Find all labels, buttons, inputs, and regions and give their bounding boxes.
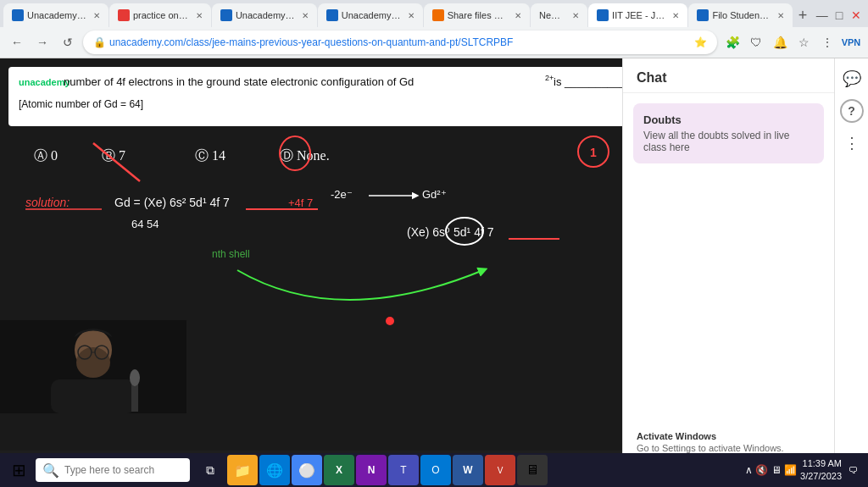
taskbar-vpn[interactable]: V xyxy=(485,455,515,485)
tab-close-1[interactable]: ✕ xyxy=(93,11,100,20)
svg-rect-31 xyxy=(51,379,136,413)
chat-title: Chat xyxy=(637,70,667,86)
tab-7[interactable]: IIT JEE - JEE M... ✕ xyxy=(588,3,687,27)
new-tab-button[interactable]: + xyxy=(793,3,812,27)
tab-favicon-7 xyxy=(597,9,609,21)
search-magnifier-icon: 🔍 xyxy=(42,462,59,479)
taskbar-outlook[interactable]: O xyxy=(420,455,451,485)
svg-text:[Atomic number of Gd = 64]: [Atomic number of Gd = 64] xyxy=(19,98,143,110)
svg-text:nth shell: nth shell xyxy=(212,248,250,260)
tab-favicon-2 xyxy=(118,9,130,21)
tab-close-5[interactable]: ✕ xyxy=(515,11,521,20)
video-canvas: unacademy number of 4f electrons in the … xyxy=(0,58,622,451)
back-button[interactable]: ← xyxy=(7,32,27,53)
minimize-button[interactable]: — xyxy=(814,5,830,25)
svg-text:number of 4f electrons in the : number of 4f electrons in the ground sta… xyxy=(64,75,414,88)
taskbar-word[interactable]: W xyxy=(453,455,483,485)
tab-label-7: IIT JEE - JEE M... xyxy=(612,10,665,20)
tab-favicon-4 xyxy=(326,9,338,21)
doubts-card[interactable]: Doubts View all the doubts solved in liv… xyxy=(633,103,824,163)
chat-sidebar-icon[interactable]: 💬 xyxy=(838,65,865,92)
notification-icon[interactable]: 🔔 xyxy=(770,32,790,53)
tab-label-8: Filo Student: Wor... xyxy=(712,10,770,20)
vpn-icon[interactable]: VPN xyxy=(841,32,861,53)
taskbar-chrome[interactable]: ⚪ xyxy=(292,455,322,485)
tab-close-3[interactable]: ✕ xyxy=(302,11,309,20)
tab-label-2: practice on perio... xyxy=(133,10,189,20)
tab-5[interactable]: Share files private... ✕ xyxy=(424,3,530,27)
taskview-button[interactable]: ⧉ xyxy=(195,455,225,485)
shield-icon[interactable]: 🛡 xyxy=(746,32,766,53)
tab-6[interactable]: New Tab ✕ xyxy=(531,3,587,27)
forward-button[interactable]: → xyxy=(32,32,53,53)
tab-1[interactable]: Unacademy - Indi... ✕ xyxy=(3,3,108,27)
doubts-sidebar-icon[interactable]: ? xyxy=(840,99,864,123)
tab-favicon-1 xyxy=(12,9,24,21)
tab-3[interactable]: Unacademy - Indi... ✕ xyxy=(212,3,317,27)
extensions-icon[interactable]: 🧩 xyxy=(722,32,743,53)
svg-text:is ___________: is ___________ xyxy=(554,75,622,88)
menu-icon[interactable]: ⋮ xyxy=(817,32,837,53)
presenter-svg xyxy=(0,320,186,413)
taskbar-file-explorer[interactable]: 📁 xyxy=(227,455,258,485)
bookmark-icon[interactable]: ☆ xyxy=(793,32,814,53)
svg-point-27 xyxy=(386,317,394,325)
svg-text:1: 1 xyxy=(590,146,597,159)
svg-text:64      54: 64 54 xyxy=(131,218,159,230)
tab-label-3: Unacademy - Indi... xyxy=(236,10,295,20)
chat-header: Chat xyxy=(623,58,834,93)
presenter-box xyxy=(0,320,186,413)
chat-empty-space xyxy=(623,174,834,421)
svg-text:Ⓒ  14: Ⓒ 14 xyxy=(195,148,225,163)
taskbar-search-box[interactable]: 🔍 xyxy=(36,458,190,482)
taskbar-edge[interactable]: 🌐 xyxy=(259,455,290,485)
taskbar: ⊞ 🔍 ⧉ 📁 🌐 ⚪ X N T O W V 🖥 ∧ 🔇 🖥 📶 11:39 … xyxy=(0,453,868,487)
address-bar: ← → ↺ 🔒 unacademy.com/class/jee-mains-pr… xyxy=(0,27,868,58)
svg-point-36 xyxy=(130,369,140,386)
system-clock[interactable]: 11:39 AM 3/27/2023 xyxy=(800,457,842,484)
tab-close-7[interactable]: ✕ xyxy=(672,11,679,20)
tab-2[interactable]: practice on perio... ✕ xyxy=(109,3,211,27)
taskbar-teams[interactable]: T xyxy=(388,455,419,485)
maximize-button[interactable]: □ xyxy=(831,5,847,25)
tab-favicon-8 xyxy=(697,9,709,21)
tab-bar: Unacademy - Indi... ✕ practice on perio.… xyxy=(0,0,868,27)
tab-label-4: Unacademy - Indi... xyxy=(342,10,401,20)
activate-desc: Go to Settings to activate Windows. xyxy=(637,443,821,453)
clock-date: 3/27/2023 xyxy=(800,470,842,483)
svg-text:2+: 2+ xyxy=(545,74,554,82)
tab-close-8[interactable]: ✕ xyxy=(777,11,784,20)
url-bar[interactable]: 🔒 unacademy.com/class/jee-mains-previous… xyxy=(83,30,717,54)
system-tray: ∧ 🔇 🖥 📶 11:39 AM 3/27/2023 🗨 xyxy=(738,457,865,484)
taskbar-app2[interactable]: 🖥 xyxy=(517,455,548,485)
taskbar-onenote[interactable]: N xyxy=(356,455,387,485)
svg-text:Gd  =  (Xe) 6s²  5d¹   4f 7: Gd = (Xe) 6s² 5d¹ 4f 7 xyxy=(114,196,230,209)
activate-title: Activate Windows xyxy=(637,431,821,441)
svg-text:-2e⁻: -2e⁻ xyxy=(331,188,353,201)
tab-close-6[interactable]: ✕ xyxy=(572,11,579,20)
chat-panel: Chat Doubts View all the doubts solved i… xyxy=(622,58,834,487)
svg-point-30 xyxy=(76,347,110,378)
tab-close-4[interactable]: ✕ xyxy=(408,11,415,20)
tab-8[interactable]: Filo Student: Wor... ✕ xyxy=(688,3,792,27)
browser-chrome: Unacademy - Indi... ✕ practice on perio.… xyxy=(0,0,868,58)
svg-text:Gd²⁺: Gd²⁺ xyxy=(422,188,447,201)
right-panel: Chat Doubts View all the doubts solved i… xyxy=(622,58,868,487)
tab-label-6: New Tab xyxy=(539,10,565,20)
clock-time: 11:39 AM xyxy=(800,457,842,470)
reload-button[interactable]: ↺ xyxy=(58,32,78,53)
tab-4[interactable]: Unacademy - Indi... ✕ xyxy=(318,3,423,27)
tab-favicon-3 xyxy=(220,9,232,21)
tab-close-2[interactable]: ✕ xyxy=(196,11,203,20)
close-button[interactable]: ✕ xyxy=(849,5,865,25)
taskbar-search-input[interactable] xyxy=(64,464,183,476)
taskbar-excel[interactable]: X xyxy=(324,455,354,485)
notification-center-icon[interactable]: 🗨 xyxy=(849,465,858,475)
more-sidebar-icon[interactable]: ⋮ xyxy=(838,130,865,157)
start-button[interactable]: ⊞ xyxy=(3,455,34,485)
svg-text:+4f 7: +4f 7 xyxy=(288,196,313,209)
url-text: unacademy.com/class/jee-mains-previous-y… xyxy=(109,36,689,48)
tray-icons: ∧ 🔇 🖥 📶 xyxy=(745,464,797,476)
chat-icons-sidebar: 💬 ? ⋮ xyxy=(834,58,868,487)
toolbar-icons: 🧩 🛡 🔔 ☆ ⋮ VPN xyxy=(722,32,861,53)
